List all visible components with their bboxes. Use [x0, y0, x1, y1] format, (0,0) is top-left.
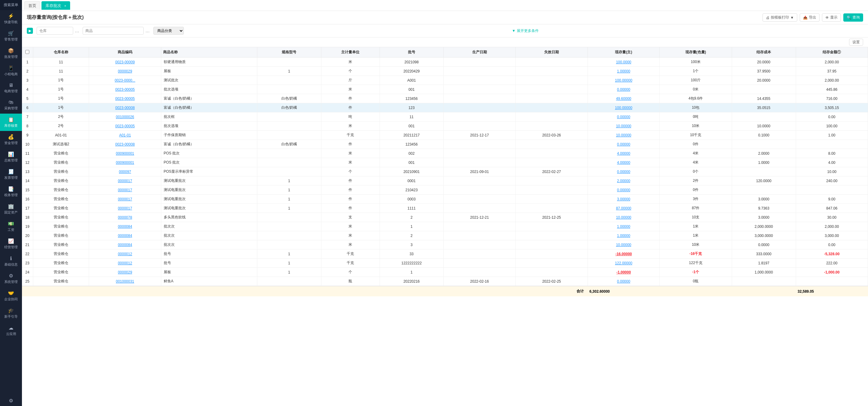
- row-qty-aux: 1个: [660, 67, 732, 76]
- row-qty-aux: 0吨: [660, 112, 732, 122]
- category-filter-select[interactable]: 商品分类: [153, 27, 184, 35]
- footer-total-qty: 6,302.60000: [588, 286, 659, 296]
- table-area[interactable]: 仓库名称 商品编码 商品名称 规格型号 主计量单位 批号 生产日期 失效日期 现…: [22, 47, 868, 406]
- row-qty-aux: 4米: [660, 158, 732, 167]
- row-cost: 2.0000: [732, 149, 796, 158]
- settings-button[interactable]: 设置: [849, 39, 863, 46]
- row-code: 0023-00008: [89, 103, 161, 112]
- product-dots[interactable]: ...: [146, 28, 149, 34]
- row-unit: 瓶: [321, 277, 379, 286]
- table-row: 7 2号 001000026 批次框 吨 11 0.00000 0吨 0.00: [22, 112, 868, 122]
- sidebar-item-system[interactable]: ⚙ 系统管理: [0, 270, 22, 287]
- row-qty-main: 1.00000: [588, 67, 659, 76]
- product-filter-input[interactable]: [83, 27, 144, 35]
- page-header: 现存量查询(按仓库＋批次) 🖨 按模板打印 ▼ 📤 导出 👁 显示 🔍 查询: [22, 11, 868, 24]
- display-button[interactable]: 👁 显示: [822, 13, 841, 22]
- row-cost: [732, 185, 796, 195]
- row-qty-main: 4.00000: [588, 149, 659, 158]
- ecommerce-label: 电商管理: [4, 89, 18, 94]
- row-exp-date: 2022-02-25: [516, 277, 588, 286]
- th-batch: 批号: [379, 47, 443, 58]
- row-unit: 件: [321, 94, 379, 103]
- row-code: 0000029: [89, 67, 161, 76]
- row-spec: [257, 240, 321, 249]
- sidebar-item-inventory[interactable]: 📋 库存核查: [0, 113, 22, 131]
- sidebar-item-finance[interactable]: 💰 资金管理: [0, 131, 22, 148]
- row-spec: 1: [257, 268, 321, 277]
- sidebar-item-basic[interactable]: ℹ 基础信息: [0, 252, 22, 270]
- row-unit: 米: [321, 222, 379, 231]
- sidebar-item-business[interactable]: 📈 经营管理: [0, 235, 22, 252]
- purchase-label: 采购管理: [4, 106, 18, 110]
- tab-inventory-batch[interactable]: 库存批次 ×: [41, 1, 70, 10]
- expand-label: 展开更多条件: [517, 28, 539, 34]
- row-warehouse: 营业粮仓: [33, 195, 89, 204]
- sidebar-item-invoice[interactable]: 🧾 发票管理: [0, 166, 22, 183]
- print-button[interactable]: 🖨 按模板打印 ▼: [763, 13, 797, 22]
- row-spec: [257, 231, 321, 240]
- row-exp-date: [516, 176, 588, 185]
- sidebar-item-wholesale[interactable]: 📦 批发管理: [0, 45, 22, 62]
- tax-label: 税务管理: [4, 193, 18, 197]
- row-value: 445.86: [796, 85, 868, 94]
- table-row: 14 营业粮仓 0000017 测试电重批次 1 件 0001 2.00000 …: [22, 176, 868, 185]
- row-spec: 1: [257, 185, 321, 195]
- row-exp-date: [516, 231, 588, 240]
- table-row: 25 营业粮仓 001000031 鲜鱼A 瓶 20220216 2022-02…: [22, 277, 868, 286]
- sidebar-quick-nav[interactable]: ⚡ 快捷导航: [0, 10, 22, 27]
- export-icon: 📤: [803, 15, 808, 20]
- row-unit: 支: [321, 213, 379, 222]
- footer-label: 合计: [22, 286, 588, 296]
- row-num: 13: [22, 167, 33, 176]
- row-prod-date: 2021-12-21: [444, 213, 516, 222]
- sidebar-item-cloud[interactable]: ☁ 云应用: [0, 322, 22, 339]
- business-label: 经营管理: [4, 245, 18, 249]
- row-qty-aux: 4米: [660, 149, 732, 158]
- warehouse-filter-input[interactable]: [37, 27, 73, 35]
- tab-active-label: 库存批次: [45, 3, 61, 8]
- sidebar-item-retail[interactable]: 🛒 零售管理: [0, 27, 22, 45]
- sidebar-item-purchase[interactable]: 🛍 采购管理: [0, 97, 22, 113]
- row-exp-date: [516, 122, 588, 131]
- sidebar-item-collab[interactable]: 🤝 企业协同: [0, 287, 22, 305]
- row-cost: 10.0000: [732, 122, 796, 131]
- row-num: 23: [22, 259, 33, 268]
- table-row: 23 营业粮仓 0000012 批号 1 千克 1222222222 122.0…: [22, 259, 868, 268]
- filter-expand-button[interactable]: ▶: [27, 28, 33, 34]
- row-warehouse: 营业粮仓: [33, 268, 89, 277]
- sidebar-item-ledger[interactable]: 📊 总账管理: [0, 148, 22, 166]
- sidebar-settings[interactable]: ⚙: [0, 395, 22, 406]
- row-cost: 1.0000: [732, 158, 796, 167]
- export-button[interactable]: 📤 导出: [800, 13, 819, 22]
- row-cost: 0.1000: [732, 131, 796, 140]
- sidebar-search[interactable]: 搜索菜单: [0, 0, 22, 10]
- row-prod-date: [444, 149, 516, 158]
- th-qty-main: 现存量(主): [588, 47, 659, 58]
- row-unit: 件: [321, 176, 379, 185]
- table-row: 15 营业粮仓 0000017 测试电重批次 1 件 210423 0.0000…: [22, 185, 868, 195]
- row-batch: 001: [379, 85, 443, 94]
- th-unit: 主计量单位: [321, 47, 379, 58]
- tab-close-button[interactable]: ×: [64, 4, 66, 8]
- sidebar: 搜索菜单 ⚡ 快捷导航 🛒 零售管理 📦 批发管理 📱 小程电商 🖥 电商管理 …: [0, 0, 22, 406]
- sidebar-item-tax[interactable]: 📑 税务管理: [0, 183, 22, 200]
- expand-condition-button[interactable]: ▼ 展开更多条件: [512, 28, 539, 34]
- sidebar-item-guide[interactable]: 🎓 新手引导: [0, 305, 22, 322]
- row-batch: 11: [379, 112, 443, 122]
- row-batch: 2021098: [379, 58, 443, 67]
- sidebar-item-assets[interactable]: 🏢 固定资产: [0, 200, 22, 218]
- row-qty-main: 0.00000: [588, 112, 659, 122]
- sidebar-item-miniapp[interactable]: 📱 小程电商: [0, 62, 22, 79]
- row-batch: 20210901: [379, 167, 443, 176]
- search-button[interactable]: 🔍 查询: [843, 13, 863, 22]
- th-qty-aux: 现存量(色量): [660, 47, 732, 58]
- tab-home[interactable]: 首页: [24, 1, 40, 10]
- select-all-checkbox[interactable]: [25, 50, 29, 54]
- sidebar-item-payroll[interactable]: 💵 工资: [0, 218, 22, 235]
- row-unit: 米: [321, 240, 379, 249]
- row-name: 软硬通用物质: [161, 58, 257, 67]
- row-warehouse: 1号: [33, 94, 89, 103]
- sidebar-item-ecommerce[interactable]: 🖥 电商管理: [0, 79, 22, 97]
- row-value: 2,000.00: [796, 76, 868, 85]
- warehouse-dots[interactable]: ...: [75, 28, 79, 34]
